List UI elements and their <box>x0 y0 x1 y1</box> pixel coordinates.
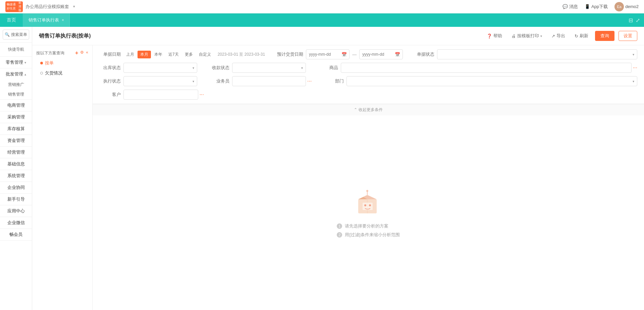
date-tab-last-month[interactable]: 上月 <box>123 51 137 58</box>
help-icon: ❓ <box>487 34 492 39</box>
date-separator: — <box>351 52 358 57</box>
sidebar-enterprise-header[interactable]: 企业协同 <box>0 182 32 193</box>
tab-minimize-icon[interactable]: ⊟ <box>629 17 633 23</box>
print-icon: 🖨 <box>512 34 516 39</box>
collapse-bar[interactable]: ⌃ 收起更多条件 <box>93 104 644 115</box>
search-icon: 🔍 <box>5 32 10 37</box>
sidebar-group-retail: 零售管理 ▾ <box>0 57 32 68</box>
message-button[interactable]: 💬 消息 <box>562 4 578 10</box>
expected-date-end-input[interactable] <box>359 49 403 59</box>
chevron-exec-icon: ▾ <box>193 80 194 83</box>
settings-scheme-icon[interactable]: ⚙ <box>80 50 84 56</box>
product-input[interactable] <box>341 63 632 73</box>
order-status-select-wrapper: ▾ <box>437 49 637 59</box>
data-area: 1 请先选择要分析的方案 2 用[过滤]条件来缩小分析范围 <box>93 115 644 310</box>
date-tab-this-year[interactable]: 本年 <box>152 51 165 58</box>
search-menu-button[interactable]: 🔍 搜索菜单 <box>3 30 29 40</box>
sidebar-item-quick-nav[interactable]: 快捷导航 <box>0 45 32 54</box>
download-icon: 📱 <box>585 4 590 9</box>
sidebar-newuser-header[interactable]: 新手引导 <box>0 194 32 205</box>
tip-num-2: 2 <box>337 232 342 238</box>
export-button[interactable]: ↗ 导出 <box>549 32 568 40</box>
payment-status-select[interactable]: ▾ <box>232 63 306 73</box>
sidebar-group-finance: 资金管理 <box>0 135 32 147</box>
date-tab-7days[interactable]: 近7天 <box>166 51 181 58</box>
date-tabs: 上月 本月 本年 近7天 更多 自定义 <box>123 51 214 58</box>
sidebar-system-header[interactable]: 系统管理 <box>0 170 32 182</box>
tab-active[interactable]: 销售订单执行表 × <box>23 13 70 27</box>
exec-status-select[interactable]: ▾ <box>123 76 197 86</box>
sidebar-group-purchase: 采购管理 <box>0 111 32 123</box>
settings-button[interactable]: 设置 <box>619 31 637 41</box>
empty-tip-2: 2 用[过滤]条件来缩小分析范围 <box>337 232 399 238</box>
salesperson-dots-icon[interactable]: ··· <box>307 78 312 84</box>
left-filter-title: 按以下方案查询 + ⚙ « <box>32 48 92 58</box>
avatar: Ea <box>614 2 624 11</box>
sidebar-group-operation: 经营管理 <box>0 147 32 158</box>
sidebar-group-appcenter: 应用中心 <box>0 205 32 217</box>
delivery-status-wrapper: ▾ <box>123 63 197 73</box>
tab-expand-icon[interactable]: ⤢ <box>636 17 640 23</box>
sidebar-retail-header[interactable]: 零售管理 ▾ <box>0 57 32 68</box>
customer-dots-icon[interactable]: ··· <box>200 92 204 98</box>
inactive-dot-icon <box>40 72 43 74</box>
expected-date-start-input[interactable] <box>306 49 350 59</box>
sidebar-ecommerce-header[interactable]: 电商管理 <box>0 100 32 111</box>
expected-date-start-input-wrapper: 📅 <box>306 49 350 59</box>
date-filter-group: 上月 本月 本年 近7天 更多 自定义 2023-03-01 至 2023-03… <box>123 51 265 58</box>
sidebar-group-basic: 基础信息 <box>0 158 32 170</box>
date-tab-custom[interactable]: 自定义 <box>196 51 214 58</box>
department-label: 部门 <box>322 78 346 84</box>
sidebar-inventory-header[interactable]: 库存核算 <box>0 123 32 135</box>
sidebar-group-enterprise: 企业协同 <box>0 182 32 194</box>
sidebar-group-wholesale: 批发管理 ▴ 营销推广 销售管理 <box>0 68 32 100</box>
date-tab-more[interactable]: 更多 <box>182 51 196 58</box>
sidebar-finance-header[interactable]: 资金管理 <box>0 135 32 146</box>
search-button[interactable]: 查询 <box>595 31 614 41</box>
product-label: 商品 <box>317 65 341 71</box>
header-left: 畅捷通好生意 标准版 办公用品行业模拟账套 ▾ <box>5 1 75 12</box>
sidebar-purchase-header[interactable]: 采购管理 <box>0 111 32 123</box>
sidebar-item-marketing[interactable]: 营销推广 <box>0 80 32 90</box>
empty-tips: 1 请先选择要分析的方案 2 用[过滤]条件来缩小分析范围 <box>337 223 399 238</box>
svg-point-4 <box>369 204 371 206</box>
product-dots-icon[interactable]: ··· <box>633 65 637 71</box>
chevron-delivery-icon: ▾ <box>193 66 194 70</box>
sidebar-operation-header[interactable]: 经营管理 <box>0 147 32 158</box>
tab-home[interactable]: 首页 <box>0 13 23 27</box>
help-button[interactable]: ❓ 帮助 <box>484 32 505 40</box>
sidebar-member-header[interactable]: 畅会员 <box>0 229 32 240</box>
sidebar-item-sales-mgmt[interactable]: 销售管理 <box>0 90 32 99</box>
tab-bar-right: ⊟ ⤢ <box>629 17 644 23</box>
payment-status-wrapper: ▾ <box>232 63 306 73</box>
collapse-icon: ⌃ <box>354 107 357 112</box>
print-button[interactable]: 🖨 按模板打印 ▾ <box>509 32 545 40</box>
app-download-button[interactable]: 📱 App下载 <box>585 4 608 10</box>
scheme-item-backorder[interactable]: 欠货情况 <box>32 68 92 78</box>
sidebar: 🔍 搜索菜单 快捷导航 零售管理 ▾ 批发管理 ▴ 营销推广 销售管理 电商管理 <box>0 27 32 310</box>
exec-status-label: 执行状态 <box>99 78 123 84</box>
sidebar-basic-header[interactable]: 基础信息 <box>0 158 32 170</box>
add-scheme-icon[interactable]: + <box>75 50 78 56</box>
scheme-item-by-order[interactable]: 按单 <box>32 58 92 68</box>
tab-close-icon[interactable]: × <box>62 18 64 22</box>
salesperson-input[interactable] <box>232 76 306 86</box>
date-tab-this-month[interactable]: 本月 <box>138 51 151 58</box>
sidebar-group-corpwechat: 企业微信 <box>0 217 32 229</box>
breadcrumb-arrow[interactable]: ▾ <box>73 4 75 9</box>
sidebar-search-section: 🔍 搜索菜单 <box>0 27 32 43</box>
collapse-scheme-icon[interactable]: « <box>86 50 88 56</box>
user-profile[interactable]: Ea demo2 <box>614 2 639 11</box>
sidebar-wholesale-header[interactable]: 批发管理 ▴ <box>0 68 32 80</box>
customer-input[interactable] <box>123 90 198 100</box>
sidebar-appcenter-header[interactable]: 应用中心 <box>0 205 32 217</box>
refresh-button[interactable]: ↻ 刷新 <box>572 32 591 40</box>
empty-tip-1: 1 请先选择要分析的方案 <box>337 223 399 229</box>
delivery-status-select[interactable]: ▾ <box>123 63 197 73</box>
left-filter-icons: + ⚙ « <box>75 50 88 56</box>
order-status-select[interactable]: ▾ <box>437 49 637 59</box>
department-select[interactable]: ▾ <box>346 76 637 86</box>
sidebar-corpwechat-header[interactable]: 企业微信 <box>0 217 32 228</box>
sidebar-group-ecommerce: 电商管理 <box>0 100 32 111</box>
left-filter-panel: 按以下方案查询 + ⚙ « 按单 欠货情况 <box>32 45 93 310</box>
